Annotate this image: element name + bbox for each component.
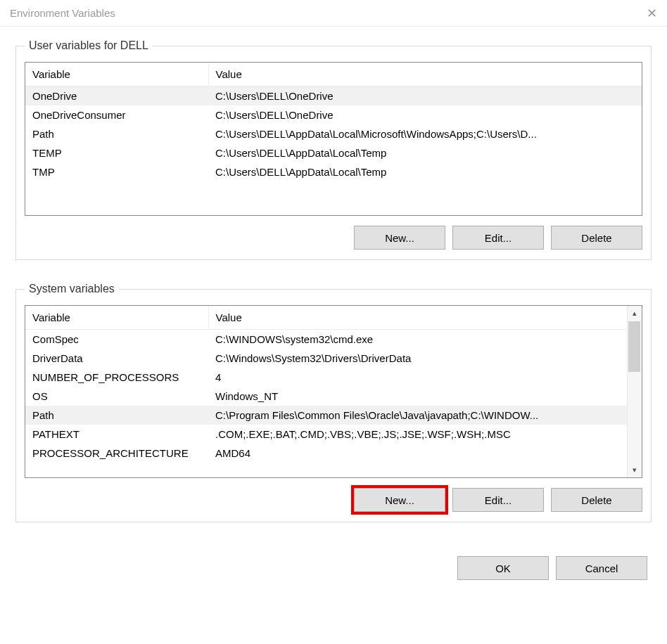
column-value[interactable]: Value [208,306,627,330]
cell-variable: PATHEXT [25,425,208,444]
table-header-row[interactable]: Variable Value [25,63,642,86]
table-row[interactable]: OSWindows_NT [25,387,627,406]
user-edit-button[interactable]: Edit... [452,226,544,250]
table-row[interactable]: OneDriveC:\Users\DELL\OneDrive [25,86,642,106]
system-variables-group: System variables Variable Value ComSpecC… [15,283,652,522]
close-icon[interactable]: ✕ [647,6,657,21]
cell-value: 4 [208,368,627,387]
cell-variable: TEMP [25,143,208,162]
dialog-body: User variables for DELL Variable Value O… [0,27,667,553]
system-edit-button[interactable]: Edit... [452,488,544,512]
table-row[interactable]: PROCESSOR_ARCHITECTUREAMD64 [25,444,627,463]
user-button-row: New... Edit... Delete [25,226,642,250]
system-variables-legend: System variables [25,283,119,295]
cell-value: C:\Users\DELL\OneDrive [208,105,642,124]
system-variables-table[interactable]: Variable Value ComSpecC:\WINDOWS\system3… [25,305,642,478]
scroll-down-icon[interactable]: ▾ [628,463,642,477]
system-new-button[interactable]: New... [354,488,445,512]
cell-variable: OneDrive [25,86,208,106]
table-header-row[interactable]: Variable Value [25,306,627,330]
cell-variable: NUMBER_OF_PROCESSORS [25,368,208,387]
cell-variable: PROCESSOR_ARCHITECTURE [25,444,208,463]
window-title: Environment Variables [10,7,115,19]
cell-variable: Path [25,406,208,425]
table-spacer [25,181,642,215]
column-variable[interactable]: Variable [25,306,208,330]
cell-value: C:\Users\DELL\AppData\Local\Temp [208,143,642,162]
ok-button[interactable]: OK [457,556,549,580]
user-variables-table[interactable]: Variable Value OneDriveC:\Users\DELL\One… [25,62,642,216]
user-new-button[interactable]: New... [354,226,445,250]
cell-variable: OS [25,387,208,406]
cell-variable: OneDriveConsumer [25,105,208,124]
cell-variable: TMP [25,162,208,181]
scroll-thumb[interactable] [628,321,640,372]
cell-value: C:\Windows\System32\Drivers\DriverData [208,349,627,368]
cell-value: C:\WINDOWS\system32\cmd.exe [208,330,627,349]
table-row[interactable]: PATHEXT.COM;.EXE;.BAT;.CMD;.VBS;.VBE;.JS… [25,425,627,444]
cell-value: .COM;.EXE;.BAT;.CMD;.VBS;.VBE;.JS;.JSE;.… [208,425,627,444]
column-value[interactable]: Value [208,63,642,86]
user-delete-button[interactable]: Delete [551,226,642,250]
user-variables-group: User variables for DELL Variable Value O… [15,39,652,260]
user-variables-legend: User variables for DELL [25,39,153,52]
cell-value: Windows_NT [208,387,627,406]
table-row[interactable]: DriverDataC:\Windows\System32\Drivers\Dr… [25,349,627,368]
cell-value: C:\Program Files\Common Files\Oracle\Jav… [208,406,627,425]
cell-value: AMD64 [208,444,627,463]
cell-value: C:\Users\DELL\OneDrive [208,86,642,106]
cell-value: C:\Users\DELL\AppData\Local\Microsoft\Wi… [208,124,642,143]
cancel-button[interactable]: Cancel [556,556,647,580]
cell-variable: Path [25,124,208,143]
system-delete-button[interactable]: Delete [551,488,642,512]
table-row[interactable]: TMPC:\Users\DELL\AppData\Local\Temp [25,162,642,181]
titlebar: Environment Variables ✕ [0,0,667,27]
cell-value: C:\Users\DELL\AppData\Local\Temp [208,162,642,181]
table-row[interactable]: PathC:\Program Files\Common Files\Oracle… [25,406,627,425]
table-row[interactable]: TEMPC:\Users\DELL\AppData\Local\Temp [25,143,642,162]
table-row[interactable]: OneDriveConsumerC:\Users\DELL\OneDrive [25,105,642,124]
cell-variable: DriverData [25,349,208,368]
column-variable[interactable]: Variable [25,63,208,86]
scroll-up-icon[interactable]: ▴ [628,306,642,321]
scrollbar[interactable]: ▴ ▾ [627,306,642,477]
table-row[interactable]: ComSpecC:\WINDOWS\system32\cmd.exe [25,330,627,349]
table-row[interactable]: PathC:\Users\DELL\AppData\Local\Microsof… [25,124,642,143]
cell-variable: ComSpec [25,330,208,349]
system-button-row: New... Edit... Delete [25,488,642,512]
table-row[interactable]: NUMBER_OF_PROCESSORS4 [25,368,627,387]
dialog-footer: OK Cancel [0,553,667,588]
